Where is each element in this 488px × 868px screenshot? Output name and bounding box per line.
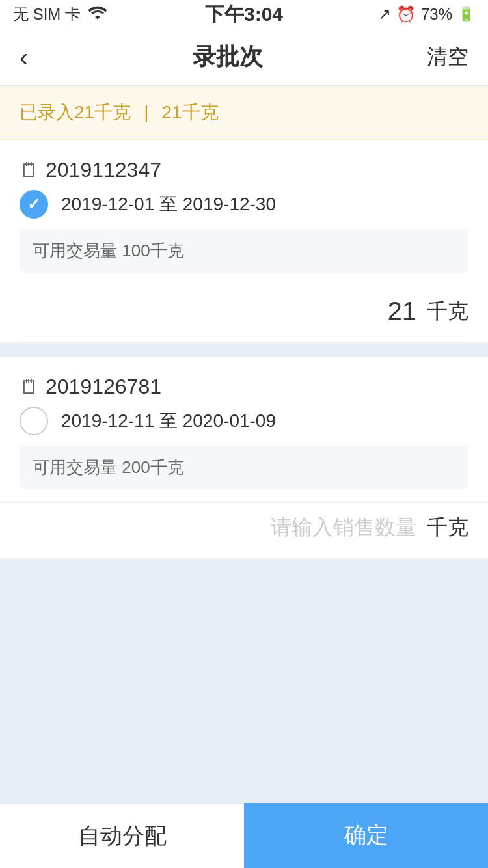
clear-button[interactable]: 清空 — [427, 43, 468, 72]
summary-label: 已录入21千克 — [20, 100, 131, 125]
batch-date-row-1: 2019-12-01 至 2019-12-30 — [0, 182, 488, 226]
qty-value-1[interactable]: 21 — [377, 297, 416, 326]
input-row-2: 请输入销售数量 千克 — [0, 502, 488, 555]
confirm-button[interactable]: 确定 — [244, 803, 488, 868]
radio-btn-2[interactable] — [20, 407, 48, 435]
bottom-bar: 自动分配 确定 — [0, 803, 488, 868]
batch-id-1: 2019112347 — [46, 158, 161, 182]
qty-placeholder-2[interactable]: 请输入销售数量 — [271, 513, 416, 542]
status-left: 无 SIM 卡 — [13, 4, 108, 25]
batch-card-2: 🗒 2019126781 2019-12-11 至 2020-01-09 可用交… — [0, 357, 488, 558]
qty-unit-1: 千克 — [427, 297, 468, 326]
location-icon: ↗ — [378, 5, 391, 23]
batch-date-1: 2019-12-01 至 2019-12-30 — [61, 192, 276, 217]
batch-id-2: 2019126781 — [46, 375, 161, 399]
batch-date-row-2: 2019-12-11 至 2020-01-09 — [0, 399, 488, 443]
wifi-icon — [87, 5, 108, 23]
input-underline-2 — [20, 558, 468, 558]
qty-unit-2: 千克 — [427, 513, 468, 542]
carrier-text: 无 SIM 卡 — [13, 4, 81, 25]
section-separator — [0, 344, 488, 357]
battery-text: 73% — [421, 5, 452, 23]
status-bar: 无 SIM 卡 下午3:04 ↗ ⏰ 73% 🔋 — [0, 0, 488, 29]
summary-divider: | — [144, 102, 148, 123]
status-right: ↗ ⏰ 73% 🔋 — [378, 5, 475, 23]
alarm-icon: ⏰ — [396, 5, 416, 23]
batch-date-2: 2019-12-11 至 2020-01-09 — [61, 409, 276, 433]
battery-icon: 🔋 — [457, 6, 475, 23]
back-button[interactable]: ‹ — [20, 44, 28, 70]
auto-assign-button[interactable]: 自动分配 — [0, 803, 244, 868]
radio-btn-1[interactable] — [20, 190, 48, 219]
summary-bar: 已录入21千克 | 21千克 — [0, 86, 488, 140]
batch-card-1: 🗒 2019112347 2019-12-01 至 2019-12-30 可用交… — [0, 140, 488, 342]
available-qty-2: 可用交易量 200千克 — [20, 446, 468, 489]
batch-icon-2: 🗒 — [20, 376, 39, 398]
input-row-1: 21 千克 — [0, 286, 488, 339]
summary-value: 21千克 — [161, 100, 218, 125]
batch-header-2: 🗒 2019126781 — [0, 357, 488, 399]
empty-area — [0, 560, 488, 820]
status-time: 下午3:04 — [205, 1, 283, 28]
nav-bar: ‹ 录批次 清空 — [0, 29, 488, 86]
batch-header-1: 🗒 2019112347 — [0, 140, 488, 182]
page-title: 录批次 — [193, 41, 263, 73]
batch-icon-1: 🗒 — [20, 159, 39, 182]
input-underline-1 — [20, 342, 468, 342]
available-qty-1: 可用交易量 100千克 — [20, 229, 468, 273]
